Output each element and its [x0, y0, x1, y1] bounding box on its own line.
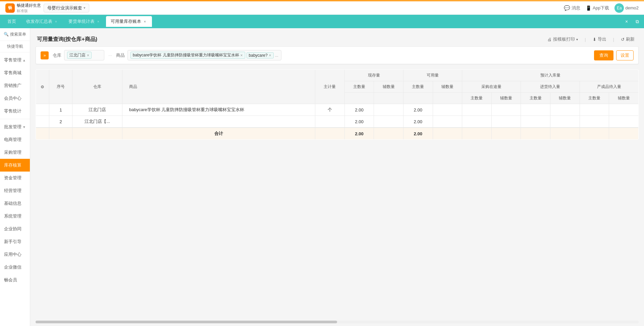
scrollbar-thumb[interactable] — [36, 321, 337, 323]
message-action[interactable]: 💬 消息 — [564, 5, 580, 11]
sidebar-item-purchase[interactable]: 采购管理 — [0, 146, 30, 159]
sidebar-item-new-guide[interactable]: 新手引导 — [0, 235, 30, 248]
close-window-btn[interactable]: × — [623, 17, 631, 26]
tab-available-close[interactable]: × — [143, 19, 147, 24]
window-controls: × ⧉ — [623, 17, 641, 26]
chevron-down-icon: ▾ — [576, 38, 578, 41]
sidebar-item-member-center[interactable]: 会员中心 — [0, 92, 30, 105]
sidebar-item-marketing[interactable]: 营销推广 — [0, 79, 30, 92]
th-incoming-aux: 辅数量 — [550, 93, 580, 104]
th-product-pending: 产成品待入量 — [580, 81, 638, 93]
product-input[interactable]: babycare学饮杯 儿童防摔防撞吸管杯重力球吸嘴杯宝宝水杯 × babyca… — [127, 50, 281, 60]
th-purchase-aux: 辅数量 — [491, 93, 521, 104]
warehouse-tag: 江北门店 × — [67, 52, 92, 59]
sidebar-item-wholesale-mgmt[interactable]: 批发管理 ▼ — [0, 121, 30, 133]
product-tag-1-remove[interactable]: × — [240, 53, 243, 58]
sidebar-item-finance[interactable]: 资金管理 — [0, 172, 30, 184]
search-label: 搜索菜单 — [10, 32, 26, 37]
sidebar-quick-nav[interactable]: 快捷导航 — [0, 41, 30, 52]
th-purchase-main: 主数量 — [462, 93, 492, 104]
brand-subtitle: 标准版 — [17, 8, 41, 13]
sidebar-item-wholesale-label: 批发管理 — [4, 124, 21, 130]
th-settings[interactable]: ⚙ — [36, 70, 49, 104]
tab-order-summary[interactable]: 要货单统计表 × — [64, 16, 105, 27]
warehouse-input[interactable]: 江北门店 × — [64, 50, 104, 60]
sidebar-item-enterprise-wechat-label: 企业微信 — [4, 264, 21, 270]
sidebar-item-business[interactable]: 经营管理 — [0, 184, 30, 197]
message-label: 消息 — [572, 5, 580, 11]
brand-name: 畅捷通好生意 — [17, 3, 41, 8]
page-header: 可用量查询(按仓库+商品) 🖨 按模板打印 ▾ | ⬇ 导出 | ↺ — [30, 31, 644, 46]
sidebar-item-retail-stats-label: 零售统计 — [4, 108, 21, 114]
filter-actions: 查询 设置 — [594, 50, 634, 60]
tab-order-label: 要货单统计表 — [68, 18, 95, 25]
sidebar-item-ecommerce[interactable]: 电商管理 — [0, 133, 30, 146]
tab-order-close[interactable]: × — [96, 19, 101, 24]
product-tag-2-remove[interactable]: × — [269, 53, 271, 58]
warehouse-tag-text: 江北门店 — [69, 52, 86, 58]
user-name: demo2 — [625, 5, 639, 10]
export-icon: ⬇ — [593, 37, 596, 42]
sidebar-item-basic-label: 基础信息 — [4, 200, 21, 206]
content-wrapper: 可用量查询(按仓库+商品) 🖨 按模板打印 ▾ | ⬇ 导出 | ↺ — [30, 28, 644, 326]
sidebar-item-new-guide-label: 新手引导 — [4, 239, 21, 245]
table-container: ⚙ 序号 仓库 商品 主计量 现存量 可用量 预计入库量 主数量 — [30, 69, 644, 321]
app-download-action[interactable]: 📱 App下载 — [586, 5, 609, 11]
th-av-main — [403, 93, 433, 104]
th-av-aux — [433, 93, 462, 104]
sidebar-search[interactable]: 🔍 搜索菜单 — [0, 28, 30, 41]
sidebar-item-member-vip[interactable]: 畅会员 — [0, 274, 30, 286]
footer-current-main: 2.00 — [344, 128, 374, 140]
page-title: 可用量查询(按仓库+商品) — [37, 36, 97, 43]
tenant-name: 母婴行业演示账套 — [47, 5, 82, 11]
warehouse-tag-remove[interactable]: × — [87, 53, 89, 58]
table-footer-row: 合计 2.00 2.00 — [36, 128, 639, 140]
sidebar-item-business-label: 经营管理 — [4, 188, 21, 194]
print-template-btn[interactable]: 🖨 按模板打印 ▾ — [545, 35, 581, 44]
sidebar-item-retail-mall[interactable]: 零售商城 — [0, 66, 30, 79]
refresh-btn[interactable]: ↺ 刷新 — [618, 35, 637, 44]
sidebar-item-ecommerce-label: 电商管理 — [4, 137, 21, 143]
sidebar-item-retail-mall-label: 零售商城 — [4, 70, 21, 76]
tenant-selector[interactable]: 母婴行业演示账套 ▾ — [44, 4, 89, 12]
warehouse-filter: 仓库 江北门店 × — [53, 50, 104, 60]
nav-tabs: 首页 收发存汇总表 × 要货单统计表 × 可用量库存账本 × × ⧉ — [0, 15, 644, 28]
tab-home-label: 首页 — [7, 18, 16, 25]
sidebar-item-enterprise-collab-label: 企业协同 — [4, 226, 21, 232]
brand-icon: 畅 — [5, 3, 15, 13]
th-cs-main — [344, 93, 374, 104]
table-row: 1 江北门店 babycare学饮杯 儿童防摔防撞吸管杯重力球吸嘴杯宝宝水杯 个… — [36, 104, 639, 116]
user-profile[interactable]: Ea demo2 — [614, 3, 639, 13]
sidebar-item-enterprise-collab[interactable]: 企业协同 — [0, 223, 30, 235]
app-download-label: App下载 — [593, 5, 609, 11]
th-incoming-main: 主数量 — [521, 93, 550, 104]
sidebar: 🔍 搜索菜单 快捷导航 零售管理 ▲ 零售商城 营销推广 会员中心 零售统计 — [0, 28, 30, 326]
tab-home[interactable]: 首页 — [3, 16, 21, 27]
avatar: Ea — [614, 3, 624, 13]
export-btn[interactable]: ⬇ 导出 — [590, 35, 609, 44]
query-btn[interactable]: 查询 — [594, 50, 613, 60]
tab-receive-label: 收发存汇总表 — [26, 18, 52, 25]
sidebar-item-inventory-label: 库存核算 — [4, 162, 21, 168]
scroll-area — [30, 321, 644, 323]
sidebar-item-app-center[interactable]: 应用中心 — [0, 248, 30, 261]
tab-receive-summary[interactable]: 收发存汇总表 × — [21, 16, 63, 27]
chevron-down-icon: ▼ — [22, 125, 26, 129]
sidebar-item-retail-mgmt[interactable]: 零售管理 ▲ — [0, 54, 30, 66]
sidebar-item-app-center-label: 应用中心 — [4, 251, 21, 258]
quick-nav-label: 快捷导航 — [7, 44, 23, 49]
sidebar-item-system[interactable]: 系统管理 — [0, 210, 30, 223]
sidebar-item-retail-stats[interactable]: 零售统计 — [0, 105, 30, 118]
sidebar-item-enterprise-wechat[interactable]: 企业微信 — [0, 261, 30, 274]
expand-icon: » — [43, 53, 46, 58]
filter-expand-btn[interactable]: » — [41, 51, 49, 59]
sidebar-item-inventory[interactable]: 库存核算 — [0, 159, 30, 172]
sidebar-item-basic-info[interactable]: 基础信息 — [0, 197, 30, 210]
tab-receive-close[interactable]: × — [54, 19, 58, 24]
th-product-main: 主数量 — [580, 93, 609, 104]
settings-btn[interactable]: 设置 — [616, 50, 634, 60]
restore-window-btn[interactable]: ⧉ — [633, 17, 641, 26]
tab-available-stock[interactable]: 可用量库存账本 × — [106, 16, 152, 27]
refresh-label: 刷新 — [626, 36, 635, 42]
th-available-main: 主数量 — [403, 81, 433, 93]
